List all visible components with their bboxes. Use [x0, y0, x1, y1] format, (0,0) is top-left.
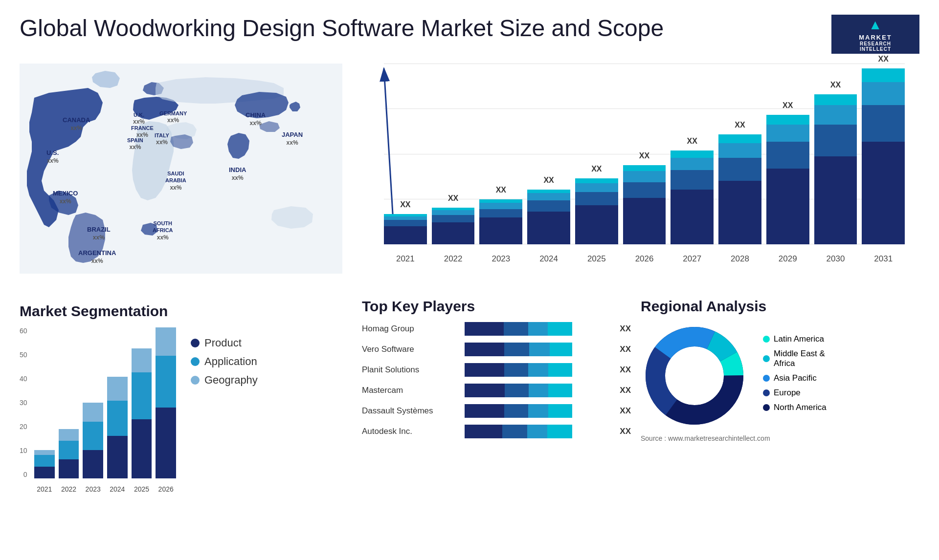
- player-row: MastercamXX: [362, 384, 631, 397]
- bar-col-2029: XX: [766, 115, 809, 244]
- x-label: 2026: [623, 254, 666, 264]
- bar-seg: [432, 222, 475, 244]
- player-bar-seg: [504, 404, 528, 418]
- geography-dot: [191, 376, 200, 385]
- bar-seg: [479, 199, 522, 203]
- bar-seg: [766, 125, 809, 142]
- bar-seg: [862, 82, 905, 106]
- player-bar: [465, 363, 572, 377]
- bar-seg: [575, 205, 618, 244]
- bar-xx-label: XX: [448, 194, 458, 203]
- bar-xx-label: XX: [830, 81, 841, 89]
- bar-col-2023: XX: [479, 199, 522, 245]
- latin-america-label: Latin America: [774, 334, 824, 344]
- source-text: Source : www.marketresearchintellect.com: [641, 434, 910, 442]
- seg-y-labels: 60 50 40 30 20 10 0: [20, 327, 30, 478]
- logo-box: ▲ MARKET RESEARCH INTELLECT: [831, 15, 919, 54]
- player-bar-seg: [465, 322, 504, 336]
- europe-item: Europe: [763, 388, 827, 398]
- donut-container: Latin America Middle East &Africa Asia P…: [641, 322, 910, 430]
- bar-seg: [527, 212, 570, 245]
- player-bar-seg: [465, 343, 504, 356]
- bar-seg: [623, 165, 666, 172]
- player-row: Homag GroupXX: [362, 322, 631, 336]
- asia-pacific-label: Asia Pacific: [774, 373, 817, 383]
- seg-bar-col: [132, 348, 152, 478]
- spain-label: SPAINxx%: [127, 137, 143, 151]
- player-row: Autodesk Inc.XX: [362, 425, 631, 438]
- player-name: Autodesk Inc.: [362, 427, 460, 436]
- bar-seg: [575, 178, 618, 183]
- player-bar-seg: [504, 343, 529, 356]
- bar-seg: [671, 170, 714, 190]
- bar-seg: [432, 215, 475, 222]
- key-players-title: Top Key Players: [362, 298, 631, 315]
- player-bar-seg: [465, 384, 505, 397]
- player-value: XX: [620, 406, 631, 416]
- bar-xx-label: XX: [543, 176, 554, 185]
- world-map: CANADAxx% U.S.xx% MEXICOxx% BRAZILxx% AR…: [20, 64, 342, 274]
- regional-title: Regional Analysis: [641, 298, 910, 315]
- north-america-label: North America: [774, 403, 827, 412]
- seg-bar-col: [34, 450, 55, 478]
- bar-seg: [766, 169, 809, 244]
- segmentation-section: Market Segmentation 60 50 40 30 20 10 0 …: [20, 298, 352, 560]
- main-grid: CANADAxx% U.S.xx% MEXICOxx% BRAZILxx% AR…: [0, 59, 939, 560]
- legend-geography: Geography: [191, 374, 258, 387]
- player-bar: [465, 322, 572, 336]
- player-name: Mastercam: [362, 386, 460, 395]
- seg-bar-piece: [34, 467, 55, 478]
- x-label: 2022: [432, 254, 475, 264]
- bar-seg: [384, 216, 427, 220]
- player-bar-container: [465, 363, 611, 377]
- logo-line3: INTELLECT: [860, 46, 891, 52]
- saudi-label: SAUDIARABIAxx%: [165, 170, 186, 192]
- seg-x-label: 2025: [132, 485, 152, 493]
- player-bar-seg: [528, 363, 548, 377]
- regional-legend: Latin America Middle East &Africa Asia P…: [763, 334, 827, 417]
- x-axis-labels: 2021202220232024202520262027202820292030…: [384, 254, 905, 264]
- player-bar-seg: [502, 425, 527, 438]
- x-label: 2027: [671, 254, 714, 264]
- seg-legend: Product Application Geography: [191, 337, 258, 392]
- bar-xx-label: XX: [735, 121, 745, 129]
- bar-seg: [575, 192, 618, 206]
- player-bar-seg: [547, 425, 572, 438]
- bar-seg: [671, 190, 714, 245]
- seg-x-labels: 202120222023202420252026: [34, 485, 176, 493]
- bar-seg: [814, 125, 857, 156]
- player-bar-seg: [529, 343, 550, 356]
- key-players-section: Top Key Players Homag GroupXXVero Softwa…: [362, 298, 631, 560]
- product-label: Product: [204, 337, 242, 349]
- bar-seg: [766, 142, 809, 169]
- seg-x-label: 2023: [83, 485, 103, 493]
- x-label: 2031: [862, 254, 905, 264]
- bar-seg: [575, 183, 618, 192]
- seg-x-label: 2022: [59, 485, 79, 493]
- germany-label: GERMANYxx%: [159, 110, 187, 125]
- seg-bar-piece: [83, 422, 103, 450]
- seg-bar-piece: [107, 377, 128, 400]
- bar-col-2030: XX: [814, 94, 857, 245]
- player-bar-seg: [504, 363, 528, 377]
- player-row: Planit SolutionsXX: [362, 363, 631, 377]
- bar-seg: [527, 200, 570, 212]
- china-label: CHINAxx%: [246, 111, 266, 127]
- bar-seg: [432, 210, 475, 215]
- argentina-label: ARGENTINAxx%: [78, 249, 116, 265]
- x-label: 2030: [814, 254, 857, 264]
- seg-bar-piece: [34, 455, 55, 467]
- player-bar-container: [465, 322, 611, 336]
- europe-dot: [763, 389, 770, 396]
- italy-label: ITALYxx%: [155, 132, 169, 147]
- seg-bar-piece: [59, 429, 79, 441]
- latin-america-item: Latin America: [763, 334, 827, 344]
- bar-xx-label: XX: [400, 200, 410, 209]
- player-row: Dassault SystèmesXX: [362, 404, 631, 418]
- player-bar-seg: [548, 322, 572, 336]
- seg-bar-piece: [107, 401, 128, 436]
- bar-seg: [862, 142, 905, 244]
- bar-seg: [862, 105, 905, 142]
- page-title: Global Woodworking Design Software Marke…: [20, 15, 664, 42]
- bar-col-2027: XX: [671, 151, 714, 245]
